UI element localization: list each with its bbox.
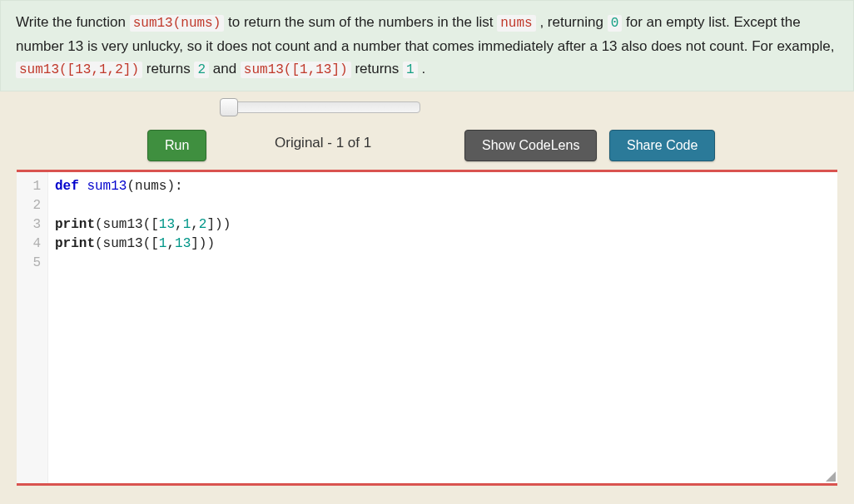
code-area[interactable]: def sum13(nums): print(sum13([13,1,2]))p… bbox=[48, 172, 837, 483]
toolbar: Run Original - 1 of 1 Show CodeLens Shar… bbox=[0, 98, 854, 165]
run-button[interactable]: Run bbox=[147, 130, 206, 161]
desc-func-sig: sum13(nums) bbox=[130, 15, 225, 32]
problem-description: Write the function sum13(nums) to return… bbox=[0, 0, 854, 91]
line-number: 5 bbox=[17, 254, 41, 273]
share-code-button[interactable]: Share Code bbox=[609, 130, 715, 161]
desc-result1: 2 bbox=[194, 62, 209, 78]
desc-arg: nums bbox=[497, 15, 535, 32]
line-gutter: 12345 bbox=[17, 172, 48, 483]
slider-track[interactable] bbox=[221, 101, 420, 113]
desc-text: and bbox=[213, 61, 241, 77]
show-codelens-button[interactable]: Show CodeLens bbox=[464, 130, 597, 161]
desc-text: returns bbox=[146, 61, 195, 77]
code-line[interactable] bbox=[55, 254, 831, 273]
history-slider[interactable] bbox=[221, 101, 420, 113]
desc-example1: sum13([13,1,2]) bbox=[16, 62, 142, 78]
code-line[interactable]: def sum13(nums): bbox=[55, 177, 831, 196]
desc-result2: 1 bbox=[403, 62, 418, 78]
line-number: 3 bbox=[17, 215, 41, 235]
desc-zero: 0 bbox=[608, 15, 623, 32]
code-editor[interactable]: 12345 def sum13(nums): print(sum13([13,1… bbox=[17, 170, 837, 486]
line-number: 2 bbox=[17, 196, 41, 215]
desc-text: Write the function bbox=[16, 14, 130, 30]
slider-thumb[interactable] bbox=[220, 98, 238, 116]
desc-text: returns bbox=[355, 61, 403, 77]
code-line[interactable] bbox=[55, 196, 831, 215]
history-label: Original - 1 of 1 bbox=[275, 135, 371, 151]
line-number: 4 bbox=[17, 235, 41, 254]
desc-text: . bbox=[421, 61, 425, 77]
line-number: 1 bbox=[17, 177, 41, 196]
desc-text: , returning bbox=[539, 14, 607, 30]
desc-example2: sum13([1,13]) bbox=[241, 62, 351, 78]
desc-text: to return the sum of the numbers in the … bbox=[228, 14, 497, 30]
code-line[interactable]: print(sum13([1,13])) bbox=[55, 235, 831, 254]
code-line[interactable]: print(sum13([13,1,2])) bbox=[55, 215, 831, 235]
resize-handle-icon[interactable] bbox=[826, 472, 836, 482]
